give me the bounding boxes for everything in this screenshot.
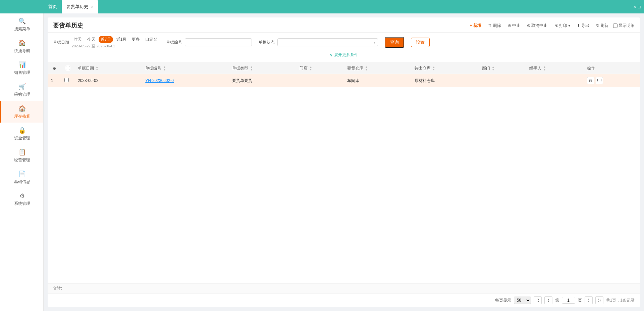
date-shortcuts: 昨天 今天 近7天 近1月 更多 自定义 [72, 36, 159, 43]
date-shortcut-more[interactable]: 更多 [130, 36, 142, 43]
export-icon: ⬇ [577, 23, 580, 28]
total-records: 共1页，1条记录 [606, 298, 635, 303]
date-shortcut-7days[interactable]: 近7天 [99, 36, 113, 43]
row-more-button[interactable]: ⋮⋮ [596, 77, 603, 84]
select-all-checkbox[interactable] [66, 66, 70, 70]
export-button[interactable]: ⬇ 导出 [575, 22, 591, 30]
date-shortcuts-container: 昨天 今天 近7天 近1月 更多 自定义 2023-05-27 至 2023-0… [72, 36, 159, 49]
sidebar-item-quick-nav[interactable]: 🏠 快捷导航 [0, 35, 43, 57]
refresh-button[interactable]: ↻ 刷新 [594, 22, 610, 30]
col-doc-no[interactable]: 单据编号 ▲▼ [142, 63, 229, 74]
col-checkbox [61, 63, 74, 74]
finance-mgmt-icon: 🔒 [18, 127, 26, 134]
status-input[interactable] [277, 38, 378, 46]
doc-no-filter-label: 单据编号 [166, 40, 182, 45]
top-bar: 首页 要货单历史 × × □ [0, 0, 644, 13]
new-button[interactable]: + 新增 [468, 22, 483, 30]
operation-mgmt-icon: 📋 [18, 148, 26, 156]
date-filter-group: 单据日期 昨天 今天 近7天 近1月 更多 自定义 2023-05-27 至 2… [53, 36, 159, 49]
sidebar-item-sales-mgmt[interactable]: 📊 销售管理 [0, 57, 43, 79]
page-input[interactable] [562, 297, 575, 304]
filter-row: 单据日期 昨天 今天 近7天 近1月 更多 自定义 2023-05-27 至 2… [53, 36, 635, 49]
cancel-stop-button[interactable]: ⊘ 取消中止 [525, 22, 549, 30]
col-handler[interactable]: 经手人 ▲▼ [526, 63, 583, 74]
table-header-row: ⚙ 单据日期 ▲▼ 单据编号 ▲▼ 单据类型 ▲▼ [48, 63, 640, 74]
doc-no-input[interactable] [185, 38, 252, 46]
col-settings[interactable]: ⚙ [48, 63, 61, 74]
col-store[interactable]: 门店 ▲▼ [296, 63, 344, 74]
date-shortcut-custom[interactable]: 自定义 [143, 36, 159, 43]
row-req-warehouse: 车间库 [344, 74, 411, 87]
delete-button[interactable]: 🗑 删除 [486, 22, 503, 30]
row-select-checkbox[interactable] [64, 78, 69, 82]
row-doc-type: 要货单要货 [229, 74, 296, 87]
tab-close-icon[interactable]: × [91, 4, 93, 9]
delete-icon: 🗑 [488, 23, 492, 28]
sidebar-item-finance-mgmt[interactable]: 🔒 资金管理 [0, 123, 43, 144]
content-area: 要货单历史 + 新增 🗑 删除 ⊘ 中止 ⊘ 取消中止 [44, 13, 644, 311]
sales-mgmt-icon: 📊 [18, 61, 26, 69]
page-label: 第 [555, 298, 559, 303]
table-footer-summary: 合计: [48, 283, 640, 293]
stop-button[interactable]: ⊘ 中止 [506, 22, 522, 30]
top-bar-right: × □ [634, 4, 641, 9]
page-header: 要货单历史 + 新增 🗑 删除 ⊘ 中止 ⊘ 取消中止 [48, 17, 640, 33]
col-doc-type[interactable]: 单据类型 ▲▼ [229, 63, 296, 74]
expand-more-icon: ∨ [330, 53, 333, 57]
date-shortcut-today[interactable]: 今天 [85, 36, 97, 43]
date-shortcut-yesterday[interactable]: 昨天 [72, 36, 84, 43]
display-detail-checkbox[interactable] [613, 24, 618, 28]
sidebar-item-system-mgmt[interactable]: ⚙ 系统管理 [0, 188, 43, 210]
page-label-2: 页 [578, 298, 582, 303]
status-select-wrapper: ▾ [277, 38, 378, 46]
sidebar-item-operation-mgmt[interactable]: 📋 经营管理 [0, 144, 43, 166]
per-page-label: 每页显示 [495, 298, 511, 303]
search-menu-icon: 🔍 [18, 17, 26, 25]
last-page-button[interactable]: ⟩⟩ [595, 296, 603, 304]
print-icon: 🖨 [554, 23, 558, 28]
col-doc-date[interactable]: 单据日期 ▲▼ [74, 63, 142, 74]
status-dropdown-icon: ▾ [374, 41, 375, 44]
doc-no-link[interactable]: YH-20230602-0 [145, 78, 174, 83]
window-minimize-icon[interactable]: □ [638, 4, 641, 9]
data-table: ⚙ 单据日期 ▲▼ 单据编号 ▲▼ 单据类型 ▲▼ [48, 63, 640, 87]
prev-page-button[interactable]: ⟨ [544, 296, 552, 304]
inventory-icon: 🏠 [18, 105, 26, 112]
tab-requisition-history[interactable]: 要货单历史 × [62, 0, 98, 13]
status-filter-label: 单据状态 [259, 40, 275, 45]
table-container: ⚙ 单据日期 ▲▼ 单据编号 ▲▼ 单据类型 ▲▼ [48, 63, 640, 283]
query-button[interactable]: 查询 [385, 37, 404, 48]
display-detail-button[interactable]: 显示明细 [613, 23, 635, 29]
refresh-icon: ↻ [596, 23, 599, 28]
row-view-button[interactable]: ⊡ [587, 77, 594, 84]
sidebar-item-inventory[interactable]: 🏠 库存核算 [0, 101, 43, 123]
main-layout: 🔍 搜索菜单 🏠 快捷导航 📊 销售管理 🛒 采购管理 🏠 库存核算 🔒 资金管… [0, 13, 644, 311]
system-mgmt-icon: ⚙ [19, 192, 25, 199]
date-shortcut-1month[interactable]: 近1月 [114, 36, 129, 43]
row-handler [526, 74, 583, 87]
per-page-select[interactable]: 20 50 100 [514, 297, 531, 304]
window-close-icon[interactable]: × [634, 4, 636, 9]
print-button[interactable]: 🖨 打印 ▾ [552, 22, 572, 30]
col-req-warehouse[interactable]: 要货仓库 ▲▼ [344, 63, 411, 74]
settings-button[interactable]: 设置 [411, 38, 430, 47]
sidebar-item-basic-info[interactable]: 📄 基础信息 [0, 166, 43, 188]
row-store [296, 74, 344, 87]
sidebar-item-search-menu[interactable]: 🔍 搜索菜单 [0, 13, 43, 35]
tab-home[interactable]: 首页 [44, 0, 62, 13]
pagination-bar: 每页显示 20 50 100 ⟨⟨ ⟨ 第 页 ⟩ ⟩⟩ 共1页，1条记录 [48, 293, 640, 307]
expand-more-button[interactable]: ∨ 展开更多条件 [53, 51, 635, 59]
stop-icon: ⊘ [508, 23, 511, 28]
header-actions: + 新增 🗑 删除 ⊘ 中止 ⊘ 取消中止 🖨 打 [468, 22, 635, 30]
next-page-button[interactable]: ⟩ [585, 296, 593, 304]
col-department[interactable]: 部门 ▲▼ [479, 63, 526, 74]
sidebar-item-purchase-mgmt[interactable]: 🛒 采购管理 [0, 79, 43, 101]
cancel-stop-icon: ⊘ [527, 23, 530, 28]
summary-label: 合计: [53, 286, 62, 291]
first-page-button[interactable]: ⟨⟨ [534, 296, 542, 304]
row-pending-warehouse: 原材料仓库 [411, 74, 479, 87]
row-actions: ⊡ ⋮⋮ [584, 74, 640, 87]
col-pending-warehouse[interactable]: 待出仓库 ▲▼ [411, 63, 479, 74]
row-index: 1 [48, 74, 61, 87]
row-action-buttons: ⊡ ⋮⋮ [587, 77, 637, 84]
